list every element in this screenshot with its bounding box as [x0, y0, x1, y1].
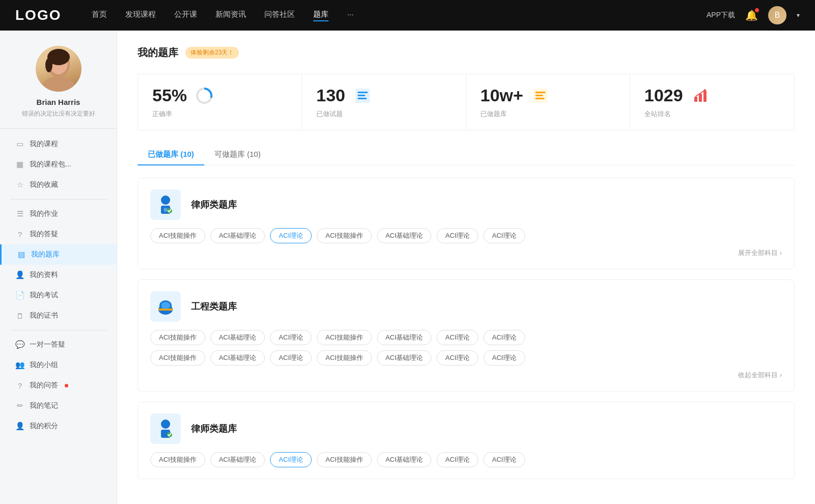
tags-row-engineer-2: ACI技能操作 ACI基础理论 ACI理论 ACI技能操作 ACI基础理论 AC… [150, 350, 782, 366]
sidebar-item-my-qa[interactable]: ? 我的答疑 [0, 224, 117, 244]
stat-top: 55% [152, 86, 287, 105]
tag[interactable]: ACI基础理论 [377, 330, 432, 345]
sidebar-item-label: 我的答疑 [30, 230, 58, 239]
tag[interactable]: ACI理论 [270, 350, 312, 366]
nav-link-discover[interactable]: 发现课程 [125, 10, 156, 21]
avatar[interactable]: B [768, 6, 786, 24]
chevron-down-icon[interactable]: ▾ [797, 12, 800, 19]
stat-done-questions: 130 已做试题 [302, 74, 466, 130]
sidebar-item-label: 我的题库 [31, 250, 60, 259]
sidebar-item-label: 我的证书 [30, 311, 58, 320]
tag[interactable]: ACI理论 [437, 452, 478, 467]
category-title-lawyer-2: 律师类题库 [191, 423, 237, 435]
category-header: 工程类题库 [150, 291, 782, 322]
tag[interactable]: ACI技能操作 [317, 228, 372, 243]
tag[interactable]: ACI基础理论 [377, 452, 432, 467]
tag[interactable]: ACI基础理论 [377, 228, 432, 243]
collapse-link-engineer[interactable]: 收起全部科目 › [150, 371, 782, 380]
logo: LOGO [15, 7, 61, 23]
category-title-lawyer-1: 律师类题库 [191, 199, 237, 211]
tag[interactable]: ACI技能操作 [150, 452, 205, 467]
category-icon-lawyer-2 [150, 413, 181, 444]
tag[interactable]: ACI基础理论 [210, 452, 265, 467]
tag[interactable]: ACI技能操作 [150, 228, 205, 243]
engineer-icon [154, 295, 177, 318]
stat-top: 130 [316, 86, 451, 105]
sidebar-item-my-collection[interactable]: ☆ 我的收藏 [0, 175, 117, 195]
svg-point-28 [161, 419, 170, 429]
sidebar-item-label: 我的课程 [30, 139, 58, 149]
tag-selected[interactable]: ACI理论 [270, 228, 312, 243]
tag[interactable]: ACI理论 [437, 330, 478, 345]
svg-rect-18 [703, 91, 707, 102]
tag[interactable]: ACI技能操作 [317, 350, 372, 366]
sidebar-item-label: 我的笔记 [30, 401, 58, 410]
tag[interactable]: ACI理论 [437, 228, 478, 243]
rank-value: 1029 [644, 86, 683, 105]
notes-icon: ✏ [15, 401, 24, 410]
tag-selected[interactable]: ACI理论 [270, 452, 312, 467]
svg-rect-10 [358, 95, 365, 96]
expand-link-lawyer-1[interactable]: 展开全部科目 › [150, 248, 782, 258]
nav-link-exam[interactable]: 题库 [313, 10, 329, 21]
sidebar-item-one-on-one[interactable]: 💬 一对一答疑 [0, 334, 117, 355]
tag[interactable]: ACI理论 [483, 228, 525, 243]
nav-link-more[interactable]: ··· [347, 10, 354, 21]
tag[interactable]: ACI基础理论 [377, 350, 432, 366]
sidebar-item-my-homework[interactable]: ☰ 我的作业 [0, 204, 117, 224]
tab-todo[interactable]: 可做题库 (10) [204, 145, 271, 165]
list-blue-icon [354, 87, 372, 105]
qa-icon: ? [15, 230, 24, 239]
category-header: 律师类题库 [150, 413, 782, 444]
exam-icon: 📄 [15, 291, 24, 300]
sidebar-item-my-profile[interactable]: 👤 我的资料 [0, 265, 117, 285]
nav-link-home[interactable]: 首页 [92, 10, 107, 21]
sidebar-item-my-cert[interactable]: 🗒 我的证书 [0, 305, 117, 326]
svg-rect-14 [535, 95, 543, 96]
svg-point-7 [200, 92, 208, 100]
trial-badge: 体验剩余23天！ [185, 47, 239, 59]
user-motto: 错误的决定比没有决定要好 [10, 109, 106, 118]
chart-red-icon [691, 87, 710, 105]
tag[interactable]: ACI理论 [270, 330, 312, 345]
sidebar-item-my-exam-bank[interactable]: ▤ 我的题库 [0, 244, 117, 265]
app-download-button[interactable]: APP下载 [707, 11, 735, 20]
notification-bell[interactable]: 🔔 [745, 9, 758, 21]
svg-rect-9 [358, 92, 368, 93]
tag[interactable]: ACI技能操作 [150, 350, 205, 366]
sidebar-item-my-course[interactable]: ▭ 我的课程 [0, 134, 117, 154]
sidebar-item-my-answers[interactable]: ? 我的问答 [0, 375, 117, 396]
tab-done[interactable]: 已做题库 (10) [138, 145, 204, 165]
tag[interactable]: ACI理论 [483, 330, 525, 345]
sidebar-item-label: 我的作业 [30, 209, 58, 218]
nav-link-qa[interactable]: 问答社区 [264, 10, 295, 21]
tag[interactable]: ACI理论 [483, 350, 525, 366]
tag[interactable]: ACI技能操作 [317, 452, 372, 467]
tag[interactable]: ACI基础理论 [210, 228, 265, 243]
done-questions-label: 已做试题 [316, 109, 451, 119]
sidebar-profile: Brian Harris 错误的决定比没有决定要好 [0, 46, 117, 129]
sidebar-item-my-notes[interactable]: ✏ 我的笔记 [0, 396, 117, 416]
sidebar-item-my-group[interactable]: 👥 我的小组 [0, 355, 117, 375]
nav-link-open[interactable]: 公开课 [174, 10, 197, 21]
tag[interactable]: ACI理论 [437, 350, 478, 366]
page-layout: Brian Harris 错误的决定比没有决定要好 ▭ 我的课程 ▦ 我的课程包… [0, 31, 815, 504]
divider [10, 330, 106, 330]
tag[interactable]: ACI技能操作 [150, 330, 205, 345]
category-card-engineer: 工程类题库 ACI技能操作 ACI基础理论 ACI理论 ACI技能操作 ACI基… [138, 279, 795, 391]
tag[interactable]: ACI理论 [483, 452, 525, 467]
pie-chart-icon [195, 87, 213, 105]
tabs-row: 已做题库 (10) 可做题库 (10) [138, 145, 795, 165]
sidebar-item-my-exam[interactable]: 📄 我的考试 [0, 285, 117, 305]
nav-link-news[interactable]: 新闻资讯 [215, 10, 246, 21]
tag[interactable]: ACI技能操作 [317, 330, 372, 345]
divider [10, 199, 106, 200]
tag[interactable]: ACI基础理论 [210, 330, 265, 345]
lawyer-icon [154, 193, 177, 216]
group-icon: 👥 [15, 360, 24, 370]
sidebar-item-my-course-pkg[interactable]: ▦ 我的课程包... [0, 154, 117, 175]
tag[interactable]: ACI基础理论 [210, 350, 265, 366]
sidebar-item-my-points[interactable]: 👤 我的积分 [0, 416, 117, 436]
user-name: Brian Harris [10, 98, 106, 106]
main-content: 我的题库 体验剩余23天！ 55% 正确率 [117, 31, 815, 504]
